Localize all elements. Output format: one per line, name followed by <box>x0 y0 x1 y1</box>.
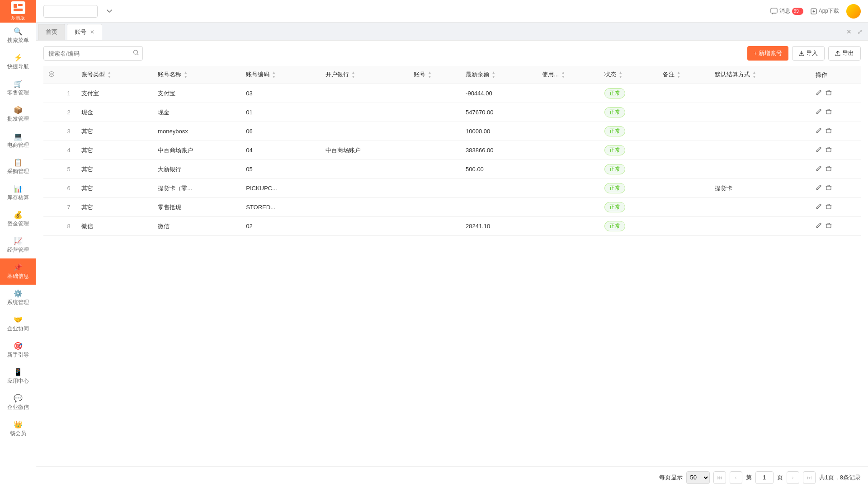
row-usage <box>538 84 601 103</box>
row-remark <box>659 84 711 103</box>
delete-btn[interactable] <box>826 222 832 230</box>
col-bank[interactable]: 开户银行 ▲▼ <box>322 66 410 84</box>
add-account-button[interactable]: + 新增账号 <box>747 46 788 61</box>
sidebar-item-capital-mgmt[interactable]: 💰 资金管理 <box>0 206 36 232</box>
row-type: 现金 <box>78 103 154 122</box>
edit-btn[interactable] <box>816 184 822 192</box>
retail-mgmt-icon: 🛒 <box>14 80 23 88</box>
row-status: 正常 <box>601 217 659 236</box>
dropdown-button[interactable] <box>103 5 116 18</box>
edit-btn[interactable] <box>816 203 822 211</box>
per-page-select[interactable]: 50 20 100 <box>686 471 710 484</box>
app-download-button[interactable]: App下载 <box>811 7 839 15</box>
tab-maximize-btn[interactable]: ⤢ <box>855 27 864 36</box>
enterprise-agreement-icon: 🤝 <box>14 315 23 324</box>
row-settings <box>43 217 60 236</box>
import-button[interactable]: 导入 <box>792 46 825 61</box>
edit-btn[interactable] <box>816 89 822 97</box>
sidebar-item-label: 应用中心 <box>7 377 29 385</box>
search-input[interactable] <box>43 46 143 61</box>
delete-btn[interactable] <box>826 89 832 97</box>
tab-account[interactable]: 账号 ✕ <box>67 24 102 40</box>
export-button[interactable]: 导出 <box>828 46 861 61</box>
col-remark[interactable]: 备注 ▲▼ <box>659 66 711 84</box>
delete-btn[interactable] <box>826 203 832 211</box>
message-badge: 99+ <box>792 8 803 15</box>
row-code: PICKUPC... <box>242 179 322 198</box>
col-type[interactable]: 账号类型 ▲▼ <box>78 66 154 84</box>
delete-btn[interactable] <box>826 184 832 192</box>
row-name: 现金 <box>154 103 242 122</box>
row-status: 正常 <box>601 198 659 217</box>
col-usage[interactable]: 使用... ▲▼ <box>538 66 601 84</box>
svg-rect-10 <box>826 129 831 133</box>
first-page-btn[interactable]: ⏮ <box>713 471 726 484</box>
col-balance[interactable]: 最新余额 ▲▼ <box>462 66 538 84</box>
delete-btn[interactable] <box>826 146 832 154</box>
sidebar-item-app-center[interactable]: 📱 应用中心 <box>0 363 36 389</box>
row-default-settle <box>711 198 812 217</box>
search-icon[interactable] <box>133 50 139 57</box>
sidebar-item-search-menu[interactable]: 🔍 搜索菜单 <box>0 23 36 49</box>
row-name: 提货卡（零... <box>154 179 242 198</box>
sidebar-item-wholesale-mgmt[interactable]: 📦 批发管理 <box>0 101 36 127</box>
sidebar-item-inventory-calc[interactable]: 📊 库存核算 <box>0 180 36 206</box>
table-row: 3 其它 moneybosx 06 10000.00 正常 <box>43 122 861 141</box>
tab-close-button[interactable]: ✕ <box>90 29 94 35</box>
sidebar-item-enterprise-agreement[interactable]: 🤝 企业协同 <box>0 311 36 337</box>
row-default-settle <box>711 141 812 160</box>
delete-btn[interactable] <box>826 127 832 135</box>
col-account[interactable]: 账号 ▲▼ <box>410 66 462 84</box>
edit-btn[interactable] <box>816 146 822 154</box>
row-remark <box>659 179 711 198</box>
enterprise-wechat-icon: 💬 <box>14 394 23 403</box>
sidebar-item-new-guide[interactable]: 🎯 新手引导 <box>0 337 36 363</box>
col-action: 操作 <box>812 66 861 84</box>
svg-rect-14 <box>826 205 831 209</box>
row-code: 03 <box>242 84 322 103</box>
row-bank: 中百商场账户 <box>322 141 410 160</box>
top-search-input[interactable] <box>43 5 98 18</box>
row-account <box>410 179 462 198</box>
edit-btn[interactable] <box>816 127 822 135</box>
edit-btn[interactable] <box>816 222 822 230</box>
sidebar-item-business-mgmt[interactable]: 📈 经营管理 <box>0 232 36 258</box>
user-avatar[interactable] <box>846 4 861 19</box>
next-page-btn[interactable]: › <box>787 471 799 484</box>
col-code[interactable]: 账号编码 ▲▼ <box>242 66 322 84</box>
page-number-input[interactable] <box>755 471 774 484</box>
sidebar-item-purchase-mgmt[interactable]: 📋 采购管理 <box>0 154 36 180</box>
sidebar-item-label: 企业协同 <box>7 325 29 333</box>
vip-member-icon: 👑 <box>14 420 23 429</box>
tab-bar-wrapper: 首页 账号 ✕ ✕ ⤢ <box>36 23 868 41</box>
row-usage <box>538 160 601 179</box>
sidebar-item-vip-member[interactable]: 👑 畅会员 <box>0 416 36 442</box>
row-index: 1 <box>60 84 78 103</box>
tab-bar: 首页 账号 ✕ ✕ ⤢ <box>36 23 868 41</box>
sidebar-item-label: 畅会员 <box>10 430 26 437</box>
row-index: 2 <box>60 103 78 122</box>
edit-btn[interactable] <box>816 165 822 173</box>
col-default-settle[interactable]: 默认结算方式 ▲▼ <box>711 66 812 84</box>
edit-btn[interactable] <box>816 108 822 116</box>
row-index: 5 <box>60 160 78 179</box>
col-status[interactable]: 状态 ▲▼ <box>601 66 659 84</box>
tab-close-win-btn[interactable]: ✕ <box>844 27 854 36</box>
col-name[interactable]: 账号名称 ▲▼ <box>154 66 242 84</box>
delete-btn[interactable] <box>826 108 832 116</box>
message-button[interactable]: 消息 99+ <box>770 7 803 15</box>
last-page-btn[interactable]: ⏭ <box>803 471 816 484</box>
prev-page-btn[interactable]: ‹ <box>730 471 742 484</box>
sidebar-item-enterprise-wechat[interactable]: 💬 企业微信 <box>0 389 36 416</box>
row-bank <box>322 122 410 141</box>
sidebar-item-basic-info[interactable]: 📌 基础信息 <box>0 258 36 285</box>
tab-home[interactable]: 首页 <box>38 24 65 40</box>
wholesale-mgmt-icon: 📦 <box>14 106 23 114</box>
row-default-settle: 提货卡 <box>711 179 812 198</box>
sidebar-item-retail-mgmt[interactable]: 🛒 零售管理 <box>0 75 36 101</box>
sidebar-item-quick-nav[interactable]: ⚡ 快捷导航 <box>0 49 36 75</box>
sidebar-item-system-mgmt[interactable]: ⚙️ 系统管理 <box>0 285 36 311</box>
row-usage <box>538 141 601 160</box>
sidebar-item-ecommerce-mgmt[interactable]: 💻 电商管理 <box>0 127 36 154</box>
delete-btn[interactable] <box>826 165 832 173</box>
